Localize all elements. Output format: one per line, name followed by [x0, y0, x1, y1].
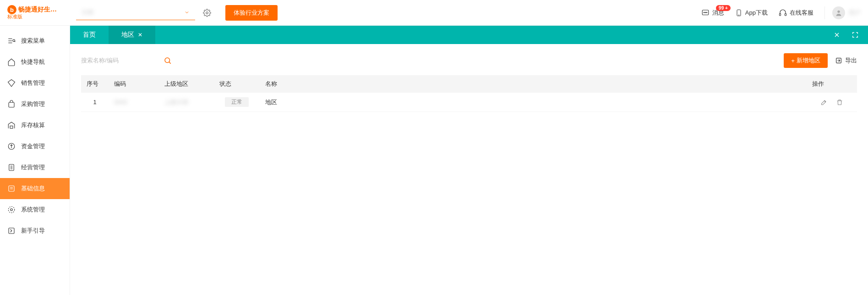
svg-point-4: [706, 12, 707, 13]
col-code: 编码: [109, 75, 159, 93]
sidebar-item-system[interactable]: 系统管理: [0, 199, 70, 220]
user-icon: [835, 9, 842, 17]
col-name: 名称: [260, 75, 807, 93]
sidebar-item-inventory[interactable]: 库存核算: [0, 115, 70, 136]
sidebar-item-guide[interactable]: 新手引导: [0, 220, 70, 241]
x-icon: [833, 31, 841, 39]
sidebar-item-label: 库存核算: [21, 121, 45, 129]
info-icon: [7, 184, 16, 193]
cell-status: 正常: [214, 93, 260, 112]
settings-button[interactable]: [200, 6, 214, 20]
messages-link[interactable]: 消息 99 +: [701, 9, 724, 17]
svg-marker-15: [8, 80, 15, 87]
search-icon[interactable]: [164, 56, 172, 65]
svg-point-26: [8, 206, 15, 213]
headset-icon: [779, 9, 787, 17]
sidebar-item-operation[interactable]: 经营管理: [0, 157, 70, 178]
svg-point-3: [705, 12, 706, 13]
fullscreen-button[interactable]: [849, 28, 862, 41]
col-actions: 操作: [807, 75, 857, 93]
close-icon[interactable]: ✕: [138, 32, 142, 38]
gear-icon: [203, 9, 211, 17]
svg-point-0: [206, 11, 208, 14]
sidebar-item-label: 快捷导航: [21, 58, 45, 66]
search-input[interactable]: [81, 54, 164, 67]
cell-seq: 1: [81, 93, 109, 112]
plus-icon: +: [791, 57, 795, 64]
avatar: [832, 6, 845, 19]
sidebar-item-label: 系统管理: [21, 206, 45, 214]
tab-bar: 首页 地区 ✕: [70, 26, 868, 44]
app-logo: b 畅捷通好生… 标准版: [7, 5, 67, 20]
diamond-icon: [7, 79, 16, 87]
cell-parent: 上级示例: [159, 93, 214, 112]
promo-button[interactable]: 体验行业方案: [225, 5, 278, 21]
online-service-link[interactable]: 在线客服: [779, 9, 813, 17]
messages-badge: 99 +: [716, 5, 731, 11]
export-icon: [835, 57, 842, 64]
svg-point-9: [837, 10, 840, 12]
region-table: 序号 编码 上级地区 状态 名称 操作 1 0000 上级示例 正常: [81, 75, 857, 112]
table-row: 1 0000 上级示例 正常 地区: [81, 93, 857, 112]
svg-rect-8: [785, 13, 786, 16]
org-name-blurred: 示例: [82, 8, 93, 17]
search-field-wrap: [81, 54, 177, 67]
cell-code: 0000: [109, 93, 159, 112]
svg-rect-17: [10, 126, 13, 128]
svg-line-14: [15, 41, 16, 42]
sidebar-item-basic-info[interactable]: 基础信息: [0, 178, 70, 199]
status-badge: 正常: [225, 97, 249, 107]
tab-region[interactable]: 地区 ✕: [109, 26, 155, 44]
user-menu[interactable]: 用户: [824, 6, 861, 19]
app-download-link[interactable]: App下载: [735, 9, 768, 17]
edit-button[interactable]: [820, 99, 828, 106]
bag-icon: [7, 100, 16, 108]
app-download-label: App下载: [745, 9, 768, 17]
sidebar: 搜索菜单 快捷导航 销售管理 采购管理 库存核算 资金管理 经营管理 基础信息: [0, 26, 70, 295]
sidebar-item-purchase[interactable]: 采购管理: [0, 94, 70, 115]
col-parent: 上级地区: [159, 75, 214, 93]
sidebar-item-label: 采购管理: [21, 100, 45, 108]
logo-text: 畅捷通好生…: [18, 6, 57, 14]
add-region-button[interactable]: + 新增地区: [784, 53, 828, 68]
system-icon: [7, 206, 16, 214]
edit-icon: [820, 99, 828, 106]
mobile-icon: [735, 9, 742, 17]
tab-home[interactable]: 首页: [70, 26, 109, 44]
chevron-down-icon: [184, 10, 190, 15]
cell-name: 地区: [260, 93, 807, 112]
sidebar-item-label: 搜索菜单: [21, 37, 45, 45]
logo-icon: b: [7, 5, 16, 14]
svg-point-27: [11, 209, 13, 211]
search-menu-icon: [7, 37, 16, 45]
svg-rect-7: [780, 13, 781, 16]
sidebar-item-label: 新手引导: [21, 227, 45, 235]
svg-rect-23: [9, 186, 14, 191]
tab-label: 首页: [83, 31, 96, 39]
svg-line-32: [169, 62, 170, 63]
col-status: 状态: [214, 75, 260, 93]
home-icon: [7, 58, 16, 66]
fullscreen-icon: [852, 31, 859, 39]
org-selector[interactable]: 示例: [76, 6, 195, 20]
clipboard-icon: [7, 163, 16, 172]
sidebar-item-search-menu[interactable]: 搜索菜单: [0, 30, 70, 51]
sidebar-item-label: 资金管理: [21, 142, 45, 150]
col-seq: 序号: [81, 75, 109, 93]
sidebar-item-sales[interactable]: 销售管理: [0, 72, 70, 94]
svg-rect-16: [9, 102, 14, 107]
sidebar-item-label: 经营管理: [21, 163, 45, 172]
logo-subtitle: 标准版: [7, 13, 22, 20]
svg-point-31: [165, 58, 170, 63]
delete-button[interactable]: [836, 99, 843, 106]
guide-icon: [7, 227, 16, 235]
sidebar-item-label: 基础信息: [21, 184, 45, 193]
online-service-label: 在线客服: [790, 9, 813, 17]
export-button[interactable]: 导出: [835, 56, 857, 65]
export-label: 导出: [845, 56, 857, 65]
close-all-tabs-button[interactable]: [830, 28, 843, 41]
svg-point-2: [704, 12, 704, 13]
chat-icon: [701, 9, 710, 17]
sidebar-item-funds[interactable]: 资金管理: [0, 136, 70, 157]
sidebar-item-quick-nav[interactable]: 快捷导航: [0, 51, 70, 72]
